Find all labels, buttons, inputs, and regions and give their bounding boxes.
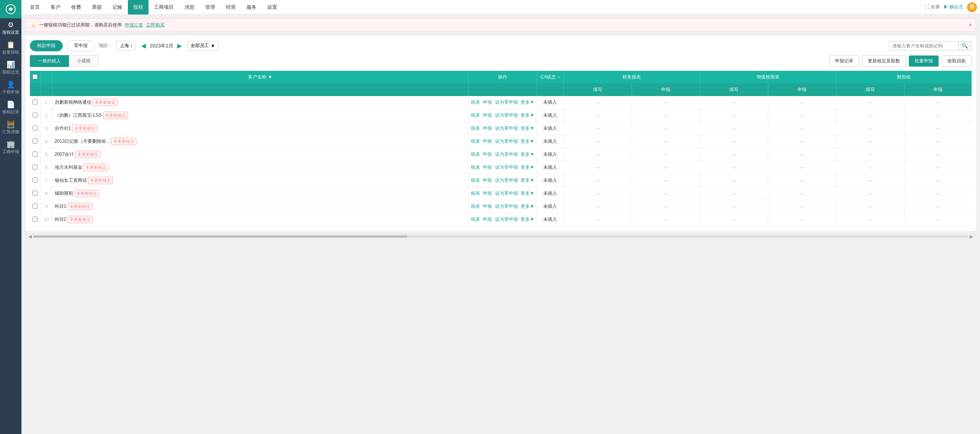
op-tax-form-3[interactable]: 税表: [471, 139, 480, 144]
row-checkbox-8[interactable]: [33, 204, 38, 209]
nav-home[interactable]: 首页: [24, 0, 45, 15]
op-tax-form-6[interactable]: 税表: [471, 178, 480, 183]
op-set-zero-8[interactable]: 设为零申报: [495, 204, 518, 209]
op-tax-form-1[interactable]: 税表: [471, 113, 480, 118]
nav-tax[interactable]: 报税: [128, 0, 149, 15]
nav-operation[interactable]: 经营: [220, 0, 241, 15]
op-set-zero-1[interactable]: 设为零申报: [495, 113, 518, 118]
op-set-zero-5[interactable]: 设为零申报: [495, 165, 518, 170]
op-more-1[interactable]: 更多▼: [521, 113, 534, 118]
tab-tax-declaration[interactable]: 税款申报: [30, 40, 63, 51]
nav-billing[interactable]: 收费: [66, 0, 87, 15]
region-selector[interactable]: 上海 ℹ: [116, 41, 136, 51]
row-checkbox-5[interactable]: [33, 165, 38, 170]
row-vat-declare-1: —: [904, 109, 972, 122]
nav-message[interactable]: 消息: [179, 0, 200, 15]
op-tax-form-2[interactable]: 税表: [471, 126, 480, 131]
date-next-button[interactable]: ▶: [176, 42, 183, 49]
op-more-3[interactable]: 更多▼: [521, 139, 534, 144]
row-fin-fill-0: —: [564, 96, 632, 109]
nav-bookkeeping[interactable]: 记账: [107, 0, 128, 15]
op-more-8[interactable]: 更多▼: [521, 204, 534, 209]
op-more-7[interactable]: 更多▼: [521, 191, 534, 196]
op-set-zero-6[interactable]: 设为零申报: [495, 178, 518, 183]
op-tax-form-8[interactable]: 税表: [471, 204, 480, 209]
sidebar-item-settlement[interactable]: 🧮 汇算清缴: [0, 118, 21, 138]
op-declare-4[interactable]: 申报: [483, 152, 492, 157]
op-tax-form-7[interactable]: 税表: [471, 191, 480, 196]
nav-invoice[interactable]: 票据: [87, 0, 107, 15]
op-set-zero-0[interactable]: 设为零申报: [495, 100, 518, 105]
op-set-zero-9[interactable]: 设为零申报: [495, 217, 518, 222]
status-badge-9: 未更新核定: [68, 216, 93, 223]
horizontal-scrollbar[interactable]: ◀ ▶: [25, 234, 976, 238]
update-quota-button[interactable]: 更新核定及取数: [862, 55, 906, 67]
client-name-text: （勿删）江西股宝-LSS: [55, 113, 102, 118]
op-more-2[interactable]: 更多▼: [521, 126, 534, 131]
sidebar-item-annual-report[interactable]: 🏢 工商年报: [0, 138, 21, 158]
subtab-general-taxpayer[interactable]: 一般的税人: [30, 55, 69, 67]
op-declare-8[interactable]: 申报: [483, 204, 492, 209]
op-more-0[interactable]: 更多▼: [521, 100, 534, 105]
op-tax-form-0[interactable]: 税表: [471, 100, 480, 105]
op-more-9[interactable]: 更多▼: [521, 217, 534, 222]
op-declare-1[interactable]: 申报: [483, 113, 492, 118]
op-declare-6[interactable]: 申报: [483, 178, 492, 183]
nav-client[interactable]: 客户: [45, 0, 66, 15]
sidebar-item-tax-records[interactable]: 📄 报税记录: [0, 98, 21, 118]
search-input[interactable]: [889, 42, 958, 50]
op-tax-form-9[interactable]: 税表: [471, 217, 480, 222]
row-checkbox-cell: [30, 96, 41, 109]
search-button[interactable]: 🔍: [958, 41, 971, 50]
nav-manage[interactable]: 管理: [200, 0, 220, 15]
nav-settings[interactable]: 设置: [262, 0, 283, 15]
scroll-right-arrow[interactable]: ▶: [970, 234, 973, 239]
upgrade-btn[interactable]: ▶ 畅会员: [944, 4, 963, 10]
row-checkbox-4[interactable]: [33, 152, 38, 157]
sidebar-item-batch-tax[interactable]: 📋 批量报税: [0, 38, 21, 58]
subtab-small-scale[interactable]: 小规模: [69, 55, 99, 67]
op-more-4[interactable]: 更多▼: [521, 152, 534, 157]
sidebar-item-tax-settings[interactable]: ⚙ 报税设置: [0, 18, 21, 38]
tab-zero-declaration[interactable]: 零申报: [67, 40, 95, 51]
op-set-zero-7[interactable]: 设为零申报: [495, 191, 518, 196]
fullscreen-btn[interactable]: ⛶ 全屏: [924, 4, 939, 10]
nav-service[interactable]: 服务: [241, 0, 262, 15]
op-declare-7[interactable]: 申报: [483, 191, 492, 196]
op-tax-form-5[interactable]: 税表: [471, 165, 480, 170]
banner-link-declaration[interactable]: 申报汇签: [125, 22, 143, 28]
op-declare-2[interactable]: 申报: [483, 126, 492, 131]
select-all-checkbox[interactable]: [33, 74, 38, 79]
batch-declare-button[interactable]: 批量申报: [909, 55, 939, 67]
scroll-track[interactable]: [33, 235, 968, 238]
sidebar-item-tax-overview[interactable]: 📊 报税总览: [0, 58, 21, 78]
date-prev-button[interactable]: ◀: [140, 42, 147, 49]
op-declare-9[interactable]: 申报: [483, 217, 492, 222]
row-checkbox-2[interactable]: [33, 126, 38, 131]
row-checkbox-3[interactable]: [33, 139, 38, 144]
op-set-zero-3[interactable]: 设为零申报: [495, 139, 518, 144]
row-checkbox-0[interactable]: [33, 100, 38, 104]
row-checkbox-6[interactable]: [33, 178, 38, 183]
staff-selector[interactable]: 全部员工 ▼: [187, 41, 219, 51]
sidebar-item-personal-tax[interactable]: 👤 个税申报: [0, 78, 21, 98]
op-tax-form-4[interactable]: 税表: [471, 152, 480, 157]
op-declare-5[interactable]: 申报: [483, 165, 492, 170]
collect-back-button[interactable]: 收取回执: [942, 55, 972, 67]
banner-link-buy[interactable]: 立即购买: [146, 22, 165, 28]
row-checkbox-9[interactable]: [33, 217, 38, 222]
op-set-zero-2[interactable]: 设为零申报: [495, 126, 518, 131]
user-avatar[interactable]: 用: [967, 2, 977, 12]
declaration-record-button[interactable]: 申报记录: [829, 55, 859, 67]
op-set-zero-4[interactable]: 设为零申报: [495, 152, 518, 157]
row-checkbox-7[interactable]: [33, 191, 38, 196]
op-declare-3[interactable]: 申报: [483, 139, 492, 144]
nav-business[interactable]: 工商项目: [149, 0, 179, 15]
scroll-left-arrow[interactable]: ◀: [28, 234, 32, 239]
op-more-5[interactable]: 更多▼: [521, 165, 534, 170]
banner-close-button[interactable]: ×: [969, 22, 972, 29]
op-declare-0[interactable]: 申报: [483, 100, 492, 105]
row-checkbox-1[interactable]: [33, 113, 38, 117]
row-num-4: 5: [41, 148, 52, 161]
op-more-6[interactable]: 更多▼: [521, 178, 534, 183]
